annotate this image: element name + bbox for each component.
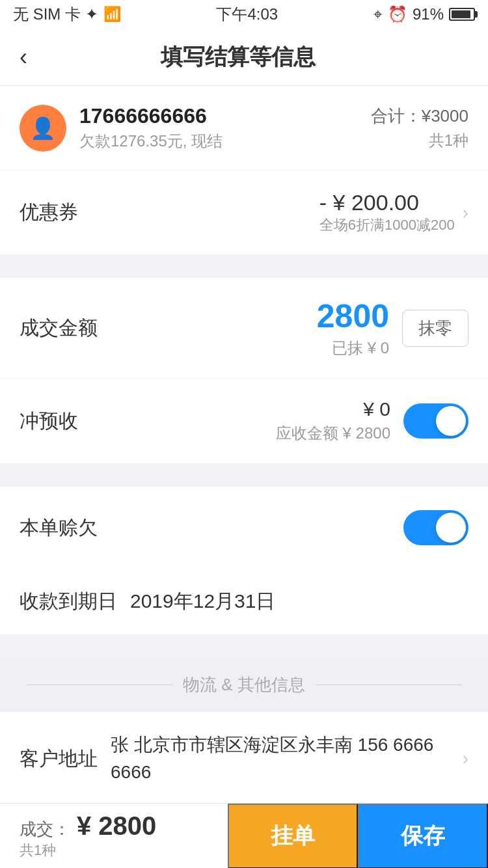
address-value: 张 北京市市辖区海淀区永丰南 156 6666 6666 [111, 731, 463, 786]
status-right: ⌖ ⏰ 91% [373, 5, 475, 23]
total-label: 合计：¥3000 [371, 105, 468, 128]
chongyu-amount: ¥ 0 [276, 398, 390, 420]
divider-line-right [316, 685, 462, 685]
coupon-sub: 全场6折满1000减200 [319, 215, 455, 235]
section-separator-3 [0, 645, 488, 658]
date-value: 2019年12月31日 [130, 588, 275, 615]
wifi-icon: 📶 [103, 6, 121, 23]
toggle-knob [436, 406, 466, 436]
trade-amount-sub: 已抹 ¥ 0 [317, 338, 389, 359]
trade-amount-card: 成交金额 2800 已抹 ¥ 0 抹零 冲预收 ¥ 0 应收金额 ¥ 2800 [0, 278, 488, 463]
total-count: 共1种 [371, 130, 468, 151]
trade-amount-row: 成交金额 2800 已抹 ¥ 0 抹零 [0, 278, 488, 379]
divider-line-left [26, 685, 172, 685]
user-sub: 欠款1276.35元, 现结 [79, 131, 223, 152]
battery-percent: 91% [413, 5, 444, 23]
coupon-info: - ¥ 200.00 全场6折满1000减200 [319, 190, 455, 235]
chongyu-top: 冲预收 ¥ 0 应收金额 ¥ 2800 [20, 398, 468, 444]
user-card: 👤 17666666666 欠款1276.35元, 现结 合计：¥3000 共1… [0, 86, 488, 254]
debit-card: 本单赊欠 收款到期日 2019年12月31日 [0, 487, 488, 634]
summary-main: 成交： ¥ 2800 [20, 811, 208, 841]
summary-count: 共1种 [20, 841, 208, 860]
debit-toggle[interactable] [403, 510, 468, 545]
coupon-label: 优惠券 [20, 199, 78, 226]
bottom-bar: 成交： ¥ 2800 共1种 挂单 保存 [0, 803, 488, 868]
logistics-divider: 物流 & 其他信息 [0, 658, 488, 712]
date-label: 收款到期日 [20, 588, 117, 615]
trade-amount-label: 成交金额 [20, 315, 98, 342]
location-icon: ⌖ [373, 5, 383, 23]
user-row: 👤 17666666666 欠款1276.35元, 现结 合计：¥3000 共1… [0, 86, 488, 170]
status-time: 下午4:03 [216, 4, 278, 25]
alarm-icon: ⏰ [388, 5, 407, 23]
trade-amount-info: 2800 已抹 ¥ 0 [317, 297, 389, 359]
status-bar: 无 SIM 卡 ✦ 📶 下午4:03 ⌖ ⏰ 91% [0, 0, 488, 29]
trade-amount-right: 2800 已抹 ¥ 0 抹零 [317, 297, 468, 359]
address-row[interactable]: 客户地址 张 北京市市辖区海淀区永丰南 156 6666 6666 › [0, 712, 488, 806]
battery-icon [449, 8, 475, 21]
coupon-right: - ¥ 200.00 全场6折满1000减200 › [319, 190, 468, 235]
chevron-right-icon: › [463, 202, 468, 223]
main-content: 👤 17666666666 欠款1276.35元, 现结 合计：¥3000 共1… [0, 86, 488, 868]
summary-amount: ¥ 2800 [77, 811, 156, 841]
coupon-row[interactable]: 优惠券 - ¥ 200.00 全场6折满1000减200 › [0, 170, 488, 254]
section-separator-2 [0, 474, 488, 487]
round-button[interactable]: 抹零 [402, 310, 468, 347]
trade-amount-value: 2800 [317, 297, 389, 335]
page-title: 填写结算等信息 [40, 42, 436, 72]
chongyu-sub: 应收金额 ¥ 2800 [276, 423, 390, 444]
back-button[interactable]: ‹ [20, 44, 27, 71]
debit-row: 本单赊欠 [0, 487, 488, 569]
bottom-summary: 成交： ¥ 2800 共1种 [0, 811, 228, 860]
avatar-icon: 👤 [30, 116, 56, 141]
nav-bar: ‹ 填写结算等信息 [0, 29, 488, 86]
hang-button[interactable]: 挂单 [228, 804, 358, 869]
section-separator-1 [0, 265, 488, 278]
chongyu-label: 冲预收 [20, 408, 78, 435]
user-info: 17666666666 欠款1276.35元, 现结 [79, 104, 223, 152]
chongyu-toggle[interactable] [403, 403, 468, 439]
user-phone: 17666666666 [79, 104, 223, 128]
status-left: 无 SIM 卡 ✦ 📶 [13, 4, 121, 25]
chongyu-row: 冲预收 ¥ 0 应收金额 ¥ 2800 [0, 379, 488, 463]
address-label: 客户地址 [20, 746, 98, 772]
date-row: 收款到期日 2019年12月31日 [0, 569, 488, 634]
logistics-text: 物流 & 其他信息 [183, 673, 305, 696]
coupon-amount: - ¥ 200.00 [319, 190, 455, 215]
summary-label: 成交： [20, 818, 70, 841]
chongyu-right: ¥ 0 应收金额 ¥ 2800 [276, 398, 468, 444]
save-button[interactable]: 保存 [358, 804, 488, 869]
debit-label: 本单赊欠 [20, 515, 98, 541]
avatar: 👤 [20, 105, 66, 152]
user-left: 👤 17666666666 欠款1276.35元, 现结 [20, 104, 223, 152]
debit-toggle-knob [436, 513, 466, 543]
sim-label: 无 SIM 卡 ✦ [13, 4, 98, 25]
user-right: 合计：¥3000 共1种 [371, 105, 468, 151]
address-chevron-icon: › [463, 748, 468, 769]
chongyu-amounts: ¥ 0 应收金额 ¥ 2800 [276, 398, 390, 444]
